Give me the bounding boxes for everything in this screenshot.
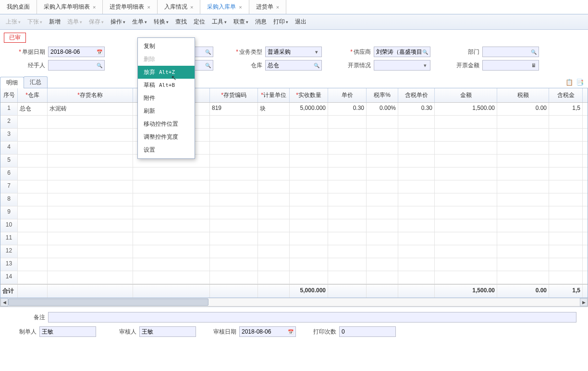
column-header[interactable]: 单价 <box>328 88 367 102</box>
grid-settings-icon[interactable]: 📑 <box>576 78 584 86</box>
table-row[interactable]: 10 <box>0 219 588 232</box>
input-单据日期[interactable] <box>48 47 105 57</box>
tab-采购入库单明细表[interactable]: 采购入库单明细表× <box>37 0 103 14</box>
cell[interactable]: 0.00% <box>367 103 398 115</box>
input-开票金额[interactable] <box>482 60 539 71</box>
input-部门[interactable] <box>482 47 539 57</box>
toolbar-联查[interactable]: 联查▾ <box>231 16 251 27</box>
search-icon[interactable] <box>530 48 538 56</box>
close-icon[interactable]: × <box>93 4 96 10</box>
menu-item-复制[interactable]: 复制 <box>138 40 195 53</box>
cal-icon[interactable] <box>287 328 294 335</box>
column-header[interactable]: *实收数量 <box>290 88 328 102</box>
input-审核人[interactable] <box>139 326 196 337</box>
toolbar-查找[interactable]: 查找 <box>172 16 190 27</box>
column-header[interactable]: 税额 <box>497 88 549 102</box>
subtab-detail[interactable]: 明细 <box>0 77 24 88</box>
column-header[interactable]: 含税单价 <box>398 88 435 102</box>
search-icon[interactable] <box>96 61 103 69</box>
menu-item-移动控件位置[interactable]: 移动控件位置 <box>138 118 195 131</box>
tab-我的桌面[interactable]: 我的桌面 <box>0 0 37 14</box>
column-header[interactable]: 金额 <box>435 88 497 102</box>
cell[interactable]: 1,500.00 <box>435 103 497 115</box>
table-row[interactable]: 9 <box>0 206 588 219</box>
table-row[interactable]: 6 <box>0 168 588 180</box>
search-icon[interactable] <box>421 48 429 56</box>
horizontal-scrollbar[interactable]: ◀ ▶ <box>0 298 588 307</box>
cell[interactable]: 819 <box>210 103 258 115</box>
table-row[interactable]: 4 <box>0 142 588 155</box>
scroll-left-button[interactable]: ◀ <box>0 298 8 306</box>
close-icon[interactable]: × <box>239 4 242 10</box>
table-row[interactable]: 3 <box>0 129 588 142</box>
toolbar-打印[interactable]: 打印▾ <box>270 16 291 27</box>
scroll-thumb[interactable] <box>8 299 208 306</box>
input-经手人[interactable] <box>48 60 105 71</box>
tab-进货单明细表[interactable]: 进货单明细表× <box>103 0 157 14</box>
table-row[interactable]: 8 <box>0 193 588 206</box>
cell[interactable]: 水泥砖 <box>48 103 133 115</box>
input-制单人[interactable] <box>39 326 96 337</box>
column-header[interactable]: *存货编码 <box>210 88 258 102</box>
toolbar-消息[interactable]: 消息 <box>252 16 270 27</box>
table-row[interactable]: 13 <box>0 258 588 271</box>
dropdown-icon[interactable] <box>313 48 320 56</box>
close-icon[interactable]: × <box>276 4 279 10</box>
cell[interactable]: 0.00 <box>497 103 549 115</box>
toolbar-转换[interactable]: 转换▾ <box>151 16 172 27</box>
table-row[interactable]: 2 <box>0 116 588 129</box>
column-header[interactable]: *仓库 <box>18 88 48 102</box>
input-打印次数[interactable] <box>339 326 396 337</box>
input-供应商[interactable] <box>374 47 430 57</box>
close-icon[interactable]: × <box>190 4 193 10</box>
table-row[interactable]: 14 <box>0 271 588 284</box>
tab-采购入库单[interactable]: 采购入库单× <box>200 0 249 14</box>
toolbar-生单[interactable]: 生单▾ <box>129 16 150 27</box>
cell[interactable]: 1 <box>0 103 18 115</box>
column-header[interactable]: 序号 <box>0 88 18 102</box>
close-icon[interactable]: × <box>147 4 150 10</box>
search-icon[interactable] <box>204 61 212 69</box>
menu-item-设置[interactable]: 设置 <box>138 144 195 156</box>
toolbar-新增[interactable]: 新增 <box>46 16 63 27</box>
cell[interactable]: 1,5 <box>549 103 583 115</box>
cal-icon[interactable] <box>96 48 103 56</box>
subtab-summary[interactable]: 汇总 <box>24 76 48 88</box>
copy-icon[interactable]: 📋 <box>565 78 574 86</box>
tab-入库情况[interactable]: 入库情况× <box>158 0 200 14</box>
table-row[interactable]: 1总仓水泥砖819块5,000.0000.300.00%0.301,500.00… <box>0 103 588 116</box>
scroll-right-button[interactable]: ▶ <box>580 298 588 306</box>
column-header[interactable]: *存货名称 <box>48 88 133 102</box>
search-icon[interactable] <box>313 61 320 69</box>
column-header[interactable]: 税率% <box>367 88 398 102</box>
menu-item-草稿[interactable]: 草稿Alt+B <box>138 79 195 92</box>
toolbar-定位[interactable]: 定位 <box>191 16 208 27</box>
table-row[interactable]: 11 <box>0 232 588 245</box>
tab-进货单[interactable]: 进货单× <box>249 0 286 14</box>
input-审核日期[interactable] <box>239 326 296 337</box>
column-header[interactable]: 含税金 <box>549 88 583 102</box>
menu-item-调整控件宽度[interactable]: 调整控件宽度 <box>138 131 195 144</box>
input-仓库[interactable] <box>265 60 322 71</box>
remark-input[interactable] <box>48 312 576 323</box>
dropdown-icon[interactable] <box>421 61 429 69</box>
cell[interactable]: 块 <box>258 103 290 115</box>
table-row[interactable]: 5 <box>0 155 588 168</box>
cell[interactable]: 5,000.000 <box>290 103 328 115</box>
input-开票情况[interactable] <box>374 60 430 71</box>
cell[interactable]: 0.30 <box>398 103 435 115</box>
search-icon[interactable] <box>204 48 212 56</box>
calc-icon[interactable] <box>530 61 538 69</box>
toolbar-工具[interactable]: 工具▾ <box>209 16 230 27</box>
menu-item-刷新[interactable]: 刷新 <box>138 105 195 118</box>
table-row[interactable]: 7 <box>0 180 588 193</box>
menu-item-附件[interactable]: 附件 <box>138 92 195 105</box>
cell[interactable]: 0.30 <box>328 103 367 115</box>
toolbar-退出[interactable]: 退出 <box>292 16 309 27</box>
input-业务类型[interactable] <box>265 47 322 57</box>
table-row[interactable]: 12 <box>0 245 588 258</box>
toolbar-操作[interactable]: 操作▾ <box>108 16 128 27</box>
column-header[interactable]: *计量单位 <box>258 88 290 102</box>
cell[interactable]: 总仓 <box>18 103 48 115</box>
menu-item-放弃[interactable]: 放弃Alt+Z <box>138 66 195 79</box>
